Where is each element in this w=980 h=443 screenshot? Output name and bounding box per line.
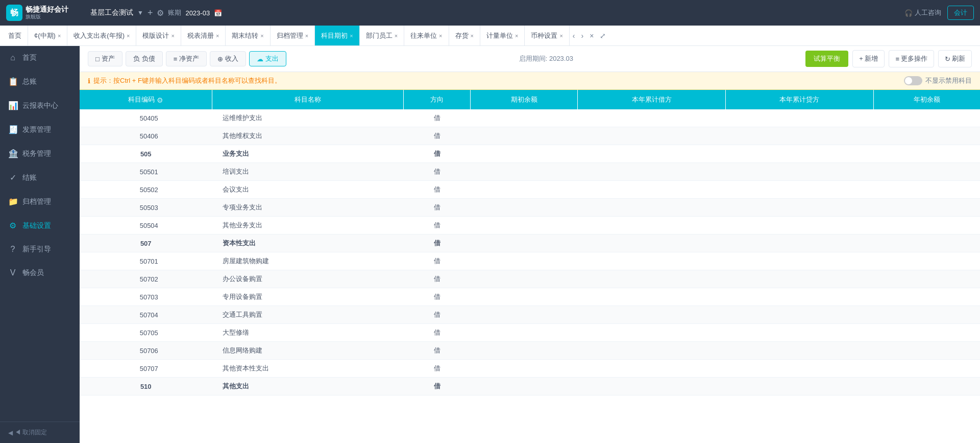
sub-tab-bar: □ 资产 负 负债 ≡ 净资产 ⊕ 收入 ☁ 支出 启用期间: 2023.03 … <box>80 46 980 72</box>
cell-code: 50405 <box>80 109 212 127</box>
sidebar-item-guide[interactable]: ? 新手引导 <box>0 238 80 261</box>
col-code: 科目编码 ⚙ <box>80 90 212 109</box>
cell-dir: 借 <box>403 306 470 324</box>
sidebar-label-member: 畅会员 <box>22 268 44 277</box>
cell-ytd-credit <box>726 127 874 145</box>
company-dropdown[interactable]: ▼ <box>137 9 143 16</box>
tab-dept[interactable]: 部门员工 × <box>360 26 404 46</box>
tab-expand-btn[interactable]: ⤢ <box>597 32 609 40</box>
tab-taxform[interactable]: 税表清册 × <box>181 26 226 46</box>
cell-ytd-debit <box>578 217 726 235</box>
tab-unit[interactable]: 计量单位 × <box>480 26 525 46</box>
tab-archive[interactable]: 归档管理 × <box>271 26 315 46</box>
tab-annual[interactable]: 收入支出表(年报) × <box>67 26 136 46</box>
close-icon[interactable]: × <box>127 33 130 39</box>
close-icon[interactable]: × <box>305 33 308 39</box>
cell-name: 资本性支出 <box>212 235 404 252</box>
tab-next-btn[interactable]: › <box>578 32 586 40</box>
table-row[interactable]: 50704 交通工具购置 借 <box>80 306 980 324</box>
cell-name: 房屋建筑物购建 <box>212 252 404 270</box>
sidebar-item-archive[interactable]: 📁 归档管理 <box>0 190 80 214</box>
cell-init-balance <box>471 145 578 163</box>
tab-inventory[interactable]: 存货 × <box>449 26 480 46</box>
close-icon[interactable]: × <box>171 33 174 39</box>
table-row[interactable]: 50502 会议支出 借 <box>80 181 980 199</box>
cell-ytd-credit <box>726 217 874 235</box>
cell-init-balance <box>471 324 578 342</box>
sidebar-item-member[interactable]: V 畅会员 <box>0 261 80 285</box>
table-row[interactable]: 507 资本性支出 借 <box>80 235 980 252</box>
tab-period-end[interactable]: 期末结转 × <box>226 26 270 46</box>
cell-code: 50703 <box>80 288 212 306</box>
cell-ytd-credit <box>726 199 874 217</box>
close-icon[interactable]: × <box>395 33 398 39</box>
sidebar-label-settings: 基础设置 <box>22 221 51 230</box>
close-icon[interactable]: × <box>260 33 263 39</box>
cell-dir: 借 <box>403 342 470 360</box>
gear-icon[interactable]: ⚙ <box>157 96 163 104</box>
sidebar-item-checkout[interactable]: ✓ 结账 <box>0 166 80 190</box>
account-button[interactable]: 会计 <box>947 6 974 20</box>
cell-init-balance <box>471 235 578 252</box>
more-button[interactable]: ≡ 更多操作 <box>889 50 934 67</box>
close-icon[interactable]: × <box>350 33 353 39</box>
tab-template[interactable]: 模版设计 × <box>136 26 181 46</box>
close-icon[interactable]: × <box>58 33 61 39</box>
sidebar-item-tax[interactable]: 🏦 税务管理 <box>0 142 80 166</box>
table-row[interactable]: 50703 专用设备购置 借 <box>80 288 980 306</box>
table-row[interactable]: 50701 房屋建筑物购建 借 <box>80 252 980 270</box>
table-row[interactable]: 50706 信息网络购建 借 <box>80 342 980 360</box>
table-row[interactable]: 50406 其他维权支出 借 <box>80 127 980 145</box>
tab-prev-btn[interactable]: ‹ <box>570 32 578 40</box>
sidebar-collapse-btn[interactable]: ◀ ◀ 取消固定 <box>0 422 80 443</box>
tab-currency[interactable]: 币种设置 × <box>525 26 569 46</box>
close-icon[interactable]: × <box>515 33 518 39</box>
subtab-equity[interactable]: ≡ 净资产 <box>166 51 207 66</box>
refresh-button[interactable]: ↻ 刷新 <box>938 50 972 67</box>
cell-ytd-credit <box>726 378 874 395</box>
ledger-icon: 📋 <box>8 77 17 86</box>
table-row[interactable]: 50405 运维维护支出 借 <box>80 109 980 127</box>
sidebar-item-invoice[interactable]: 🧾 发票管理 <box>0 118 80 142</box>
close-icon[interactable]: × <box>471 33 474 39</box>
calendar-icon[interactable]: 📅 <box>214 9 222 17</box>
tab-partner[interactable]: 往来单位 × <box>404 26 449 46</box>
sidebar-item-home[interactable]: ⌂ 首页 <box>0 46 80 69</box>
sidebar-item-settings[interactable]: ⚙ 基础设置 <box>0 214 80 238</box>
table-row[interactable]: 50705 大型修缮 借 <box>80 324 980 342</box>
col-dir: 方向 <box>403 90 470 109</box>
disable-toggle[interactable] <box>904 76 922 85</box>
sidebar-item-ledger[interactable]: 📋 总账 <box>0 69 80 94</box>
close-icon[interactable]: × <box>559 33 562 39</box>
toggle-label: 不显示禁用科目 <box>925 76 972 85</box>
table-row[interactable]: 50702 办公设备购置 借 <box>80 270 980 288</box>
cell-dir: 借 <box>403 145 470 163</box>
subtab-expense[interactable]: ☁ 支出 <box>249 51 286 66</box>
subtab-income[interactable]: ⊕ 收入 <box>210 51 246 66</box>
table-row[interactable]: 50707 其他资本性支出 借 <box>80 360 980 378</box>
table-row[interactable]: 50503 专项业务支出 借 <box>80 199 980 217</box>
sidebar-item-report[interactable]: 📊 云报表中心 <box>0 94 80 118</box>
table-row[interactable]: 505 业务支出 借 <box>80 145 980 163</box>
tab-home[interactable]: 首页 <box>2 26 28 46</box>
subtab-assets[interactable]: □ 资产 <box>88 51 122 66</box>
tab-subject-init[interactable]: 科目期初 × <box>315 26 359 46</box>
balance-button[interactable]: 试算平衡 <box>805 51 848 67</box>
cell-init-balance <box>471 163 578 181</box>
company-settings-btn[interactable]: ⚙ <box>157 8 164 18</box>
subtab-liabilities[interactable]: 负 负债 <box>126 51 163 66</box>
close-icon[interactable]: × <box>439 33 442 39</box>
table-row[interactable]: 510 其他支出 借 <box>80 378 980 395</box>
add-button[interactable]: + 新增 <box>852 50 885 67</box>
tab-close-all-btn[interactable]: × <box>586 32 597 40</box>
table-row[interactable]: 50501 培训支出 借 <box>80 163 980 181</box>
cell-dir: 借 <box>403 252 470 270</box>
cell-year-begin <box>873 288 980 306</box>
close-icon[interactable]: × <box>216 33 219 39</box>
support-button[interactable]: 🎧 人工咨询 <box>904 8 941 17</box>
table-row[interactable]: 50504 其他业务支出 借 <box>80 217 980 235</box>
add-company-btn[interactable]: + <box>148 8 153 18</box>
tab-mid[interactable]: ¢(中期) × <box>28 26 67 46</box>
cell-ytd-debit <box>578 342 726 360</box>
col-ytd-debit: 本年累计借方 <box>578 90 726 109</box>
